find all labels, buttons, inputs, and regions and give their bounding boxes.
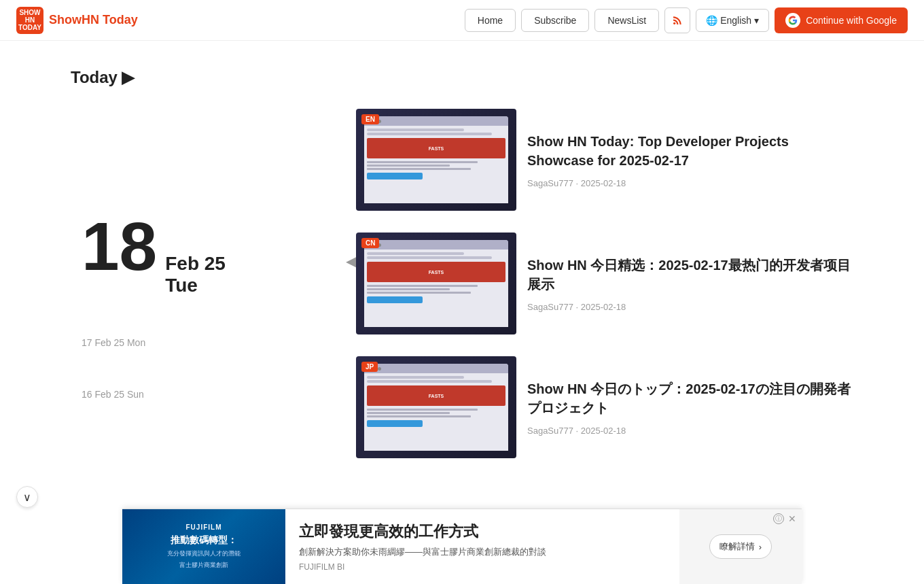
article-thumbnail-1: EN FASTS [356,109,516,211]
article-info-1: Show HN Today: Top Developer Projects Sh… [527,109,853,211]
lang-badge-3: JP [361,362,378,372]
prev-nav-arrow[interactable]: ◀ [346,253,356,269]
article-thumbnail-2: CN FASTS [356,233,516,334]
thumb-small-line [367,161,478,163]
navbar: SHOWHNTODAY ShowHN Today Home Subscribe … [0,0,924,41]
section-title: Today ▶ [71,68,853,87]
thumb-small-line [367,412,450,414]
nav-links: Home Subscribe NewsList 🌐 English ▾ [465,7,908,33]
home-button[interactable]: Home [465,9,516,32]
thumb-line [367,128,464,131]
article-card[interactable]: CN FASTS [356,227,853,340]
logo-text: ShowHN Today [49,13,138,27]
article-title-3: Show HN 今日のトップ：2025-02-17の注目の開発者プロジェクト [527,379,853,417]
thumb-inner-1: FASTS [356,109,516,211]
thumb-content-3: FASTS [364,373,508,451]
thumb-content-1: FASTS [364,126,508,203]
section-arrow-icon: ▶ [122,68,134,87]
google-signin-button[interactable]: Continue with Google [775,7,908,33]
google-btn-label: Continue with Google [806,15,897,26]
subscribe-button[interactable]: Subscribe [521,9,589,32]
thumb-small-line [367,168,471,170]
lang-badge-1: EN [361,114,379,124]
logo-icon: SHOWHNTODAY [16,7,43,34]
newslist-button[interactable]: NewsList [594,9,659,32]
collapse-button[interactable]: ∨ [16,486,38,504]
thumb-small-line [367,409,478,411]
logo-main-text: ShowHN [49,13,99,27]
logo-accent-text: Today [103,13,138,27]
thumb-browser-3: FASTS [364,364,508,451]
thumb-red-text-2: FASTS [429,270,444,275]
thumb-btn-3 [367,420,423,427]
lang-globe-icon: 🌐 [706,15,717,26]
thumb-small-line [367,165,450,167]
prev-date-2[interactable]: 16 Feb 25 Sun [82,389,356,400]
article-title-1: Show HN Today: Top Developer Projects Sh… [527,132,853,170]
thumb-small-lines-1 [367,161,505,170]
thumb-red-text-1: FASTS [429,146,444,151]
language-button[interactable]: 🌐 English ▾ [696,9,769,32]
article-thumbnail-3: JP FASTS [356,356,516,458]
thumb-line [367,380,492,383]
thumb-small-line [367,415,471,417]
article-info-2: Show HN 今日精选：2025-02-17最热门的开发者项目展示 SagaS… [527,233,853,334]
article-meta-2: SagaSu777 · 2025-02-18 [527,302,853,312]
rss-button[interactable] [664,7,690,33]
thumb-red-box-1: FASTS [367,138,505,158]
date-day: 18 [82,212,157,280]
thumb-inner-2: FASTS [356,233,516,334]
article-card[interactable]: EN FASTS [356,103,853,216]
article-title-2: Show HN 今日精选：2025-02-17最热门的开发者项目展示 [527,256,853,294]
section-title-text: Today [71,68,118,87]
lang-badge-2: CN [361,238,379,248]
date-month-year: Feb 25 Tue [165,253,226,296]
thumb-inner-3: FASTS [356,356,516,458]
thumb-line [367,376,464,379]
date-sidebar: 18 Feb 25 Tue ◀ 17 Feb 25 Mon 16 Feb 25 … [71,103,356,464]
google-icon [785,13,800,28]
thumb-red-box-2: FASTS [367,262,505,282]
articles-list: EN FASTS [356,103,853,464]
lang-chevron-icon: ▾ [754,15,759,26]
lang-label: English [720,15,751,26]
article-meta-1: SagaSu777 · 2025-02-18 [527,178,853,188]
article-meta-3: SagaSu777 · 2025-02-18 [527,426,853,436]
thumb-btn-1 [367,173,423,179]
thumb-red-box-3: FASTS [367,385,505,406]
article-info-3: Show HN 今日のトップ：2025-02-17の注目の開発者プロジェクト S… [527,356,853,458]
rss-icon [671,14,683,27]
google-logo [788,16,798,25]
thumb-bar-3 [364,364,508,373]
thumb-content-2: FASTS [364,250,508,327]
thumb-small-lines-3 [367,409,505,417]
thumb-small-line [367,285,478,287]
date-main: 18 Feb 25 Tue ◀ [82,212,356,296]
thumb-dot [378,367,381,371]
thumb-bar-1 [364,116,508,126]
thumb-browser-1: FASTS [364,116,508,203]
content-layout: 18 Feb 25 Tue ◀ 17 Feb 25 Mon 16 Feb 25 … [71,103,853,464]
thumb-line [367,133,492,135]
thumb-small-lines-2 [367,285,505,294]
svg-point-0 [673,22,675,24]
logo-icon-text: SHOWHNTODAY [18,9,41,31]
thumb-red-text-3: FASTS [429,394,444,398]
thumb-btn-2 [367,296,423,303]
article-card[interactable]: JP FASTS [356,351,853,464]
thumb-line [367,256,492,259]
thumb-bar-2 [364,240,508,250]
date-month-year-text: Feb 25 [165,253,226,275]
logo-link[interactable]: SHOWHNTODAY ShowHN Today [16,7,138,34]
prev-dates: 17 Feb 25 Mon 16 Feb 25 Sun [82,337,356,400]
date-weekday: Tue [165,275,226,296]
thumb-browser-2: FASTS [364,240,508,327]
prev-date-1[interactable]: 17 Feb 25 Mon [82,337,356,348]
thumb-small-line [367,292,471,294]
collapse-icon: ∨ [23,491,31,504]
thumb-line [367,252,464,255]
main-content: Today ▶ 18 Feb 25 Tue ◀ 17 Feb 25 Mon 16… [54,41,870,504]
thumb-small-line [367,288,450,290]
